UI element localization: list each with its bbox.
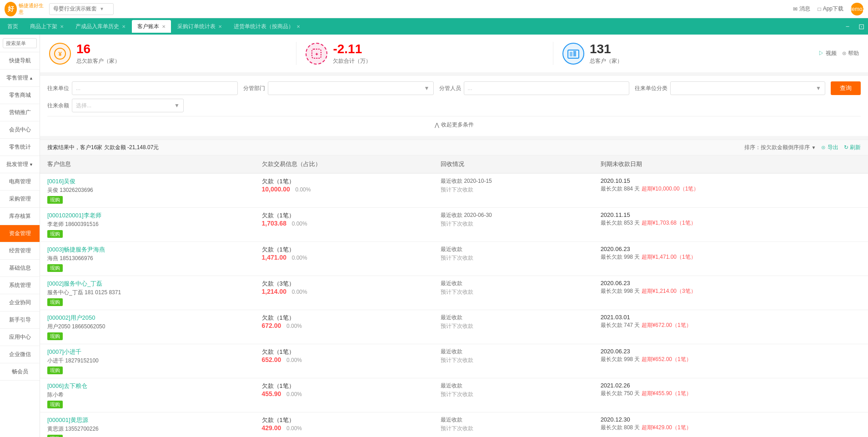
sidebar-item-system[interactable]: 系统管理 (0, 277, 40, 294)
sidebar-item-vip-member[interactable]: 畅会员 (0, 363, 40, 381)
sidebar-item-beginner[interactable]: 新手引导 (0, 311, 40, 329)
sidebar-item-operations[interactable]: 经营管理 (0, 242, 40, 260)
tab-expand-btn[interactable]: ⊡ (857, 22, 866, 31)
debt-count: 欠款（3笔） (262, 280, 426, 288)
debt-count: 欠款（1笔） (262, 416, 426, 424)
overdue-amount[interactable]: 超期¥652.00（1笔） (642, 356, 692, 362)
tab-close-icon[interactable]: ✕ (60, 24, 64, 29)
debt-ratio: 0.00% (286, 323, 302, 329)
tab-close-icon[interactable]: ✕ (296, 24, 300, 29)
overdue-amount[interactable]: 超期¥672.00（1笔） (642, 322, 692, 328)
help-btn[interactable]: ⊙ 帮助 (842, 50, 859, 57)
debt-amount[interactable]: 1,214.00 (262, 288, 287, 295)
sidebar-item-basic-info[interactable]: 基础信息 (0, 260, 40, 277)
search-input[interactable] (3, 38, 37, 48)
sidebar-item-enterprise-coop[interactable]: 企业协同 (0, 294, 40, 311)
overdue-amount[interactable]: 超期¥1,471.00（1笔） (642, 254, 696, 260)
overdue-amount[interactable]: 超期¥1,703.68（1笔） (642, 220, 696, 226)
result-summary: 搜索结果中，客户16家 欠款金额 -21,148.07元 (47, 144, 159, 151)
system-selector[interactable]: 母婴行业演示账套 ▼ (49, 3, 114, 15)
tab-close-icon[interactable]: ✕ (218, 24, 222, 29)
debt-amount[interactable]: 455.90 (262, 390, 281, 397)
customer-tag: 现购 (47, 367, 63, 374)
collapse-btn[interactable]: ⋀ 收起更多条件 (47, 119, 861, 131)
cell-due-date: 2020.06.23 最长欠款 998 天 超期¥1,471.00（1笔） (593, 242, 868, 276)
sort-label[interactable]: 排序：按欠款金额倒序排序 ▼ (744, 144, 816, 151)
refresh-icon: ↻ (844, 144, 848, 151)
table-row: [0003]畅捷服务尹海燕 海燕 18513066976 现购 欠款（1笔） 1… (40, 242, 868, 276)
sidebar-item-batch-mgmt[interactable]: 批发管理 ▼ (0, 156, 40, 173)
user-avatar[interactable]: demo2 (851, 3, 863, 15)
tab-minimize-btn[interactable]: － (842, 22, 853, 31)
sidebar-item-inventory[interactable]: 库存核算 (0, 208, 40, 225)
sidebar-item-retail-store[interactable]: 零售商城 (0, 87, 40, 104)
cell-due-date: 2020.06.23 最长欠款 998 天 超期¥1,214.00（3笔） (593, 276, 868, 310)
sidebar-item-retail-mgmt[interactable]: 零售管理 ▲ (0, 70, 40, 87)
overdue-amount[interactable]: 超期¥10,000.00（1笔） (642, 186, 699, 192)
tab-purchase-order[interactable]: 采购订单统计表 ✕ (172, 20, 227, 33)
unit-category-select[interactable]: ▼ (670, 81, 825, 95)
customer-name-link[interactable]: [0001020001]李老师 (47, 211, 247, 220)
sidebar-item-retail-stat[interactable]: 零售统计 (0, 139, 40, 156)
message-btn[interactable]: ✉ 消息 (793, 5, 810, 13)
sidebar-item-app-center[interactable]: 应用中心 (0, 329, 40, 346)
customer-name-link[interactable]: [000002]用户2050 (47, 314, 247, 322)
customer-name-link[interactable]: [0016]吴俊 (47, 177, 247, 186)
tab-production-history[interactable]: 产成品入库单历史 ✕ (70, 20, 131, 33)
stat-right-actions: ▷ 视频 ⊙ 帮助 (818, 42, 859, 65)
cell-due-date: 2020.06.23 最长欠款 998 天 超期¥652.00（1笔） (593, 344, 868, 378)
debt-count: 欠款（1笔） (262, 246, 426, 254)
sidebar-item-capital[interactable]: 资金管理 (0, 225, 40, 242)
tab-customer-account[interactable]: 客户账本 ✕ (132, 20, 171, 33)
overdue-days: 最长欠款 998 天 超期¥1,214.00（3笔） (601, 287, 861, 295)
overdue-amount[interactable]: 超期¥429.00（1笔） (642, 424, 692, 431)
customer-name-link[interactable]: [0006]去下粮仓 (47, 382, 247, 390)
balance-select[interactable]: 选择... ▼ (72, 99, 184, 112)
from-unit-input[interactable]: ... (72, 81, 238, 95)
manager-input[interactable]: ... (464, 81, 630, 95)
debt-amount[interactable]: 1,471.00 (262, 254, 287, 261)
sidebar-item-purchase-mgmt[interactable]: 采购管理 (0, 191, 40, 208)
customer-name-link[interactable]: [0007]小进千 (47, 348, 247, 356)
chevron-icon: ▼ (29, 162, 33, 167)
view-btn[interactable]: ▷ 视频 (818, 50, 836, 57)
chevron-down-icon: ▼ (424, 85, 430, 91)
tab-close-icon[interactable]: ✕ (162, 24, 166, 29)
cell-collect-info: 最近收款 预计下次收款 (433, 276, 593, 310)
stat-debt-icon: ✦ (306, 43, 327, 65)
customer-name-link[interactable]: [000001]黄思源 (47, 416, 247, 424)
sidebar-item-marketing[interactable]: 营销推广 (0, 104, 40, 121)
app-download-btn[interactable]: □ App下载 (818, 5, 843, 13)
customer-name-link[interactable]: [0002]服务中心_丁磊 (47, 280, 247, 288)
cell-customer-info: [000002]用户2050 用户2050 18665062050 现购 (40, 310, 255, 344)
sidebar-item-member-center[interactable]: 会员中心 (0, 121, 40, 139)
sidebar-item-ecommerce[interactable]: 电商管理 (0, 173, 40, 191)
query-button[interactable]: 查询 (831, 81, 861, 95)
tab-bar-right: － ⊡ (842, 22, 866, 31)
overdue-amount[interactable]: 超期¥1,214.00（3笔） (642, 288, 696, 294)
tab-home[interactable]: 首页 (2, 20, 24, 33)
latest-collect: 最近收款 (441, 246, 586, 253)
customer-tag: 现购 (47, 332, 63, 340)
tab-purchase-stat[interactable]: 进货单统计表（按商品） ✕ (228, 20, 306, 33)
debt-count: 欠款（1笔） (262, 314, 426, 322)
svg-rect-6 (573, 51, 576, 56)
cell-debt-info: 欠款（1笔） 10,000.00 0.00% (255, 173, 434, 208)
tab-close-icon[interactable]: ✕ (122, 24, 125, 29)
overdue-amount[interactable]: 超期¥455.90（1笔） (642, 390, 692, 397)
debt-amount[interactable]: 1,703.68 (262, 220, 287, 227)
debt-amount[interactable]: 429.00 (262, 424, 281, 432)
data-table: 客户信息 欠款交易信息（占比） 回收情况 到期未收款日期 [0016]吴俊 吴俊… (40, 156, 868, 437)
cell-due-date: 2021.02.26 最长欠款 750 天 超期¥455.90（1笔） (593, 378, 868, 412)
dept-label: 分管部门 (243, 85, 265, 92)
tab-product-toggle[interactable]: 商品上下架 ✕ (25, 20, 69, 33)
customer-name-link[interactable]: [0003]畅捷服务尹海燕 (47, 246, 247, 254)
dept-select[interactable]: ▼ (268, 81, 434, 95)
refresh-btn[interactable]: ↻ 刷新 (844, 144, 861, 151)
sidebar-item-quick-nav[interactable]: 快捷导航 (0, 52, 40, 70)
debt-amount[interactable]: 672.00 (262, 322, 281, 329)
export-btn[interactable]: ⊙ 导出 (821, 144, 838, 151)
sidebar-item-enterprise-wechat[interactable]: 企业微信 (0, 346, 40, 363)
debt-amount[interactable]: 652.00 (262, 356, 281, 363)
debt-amount[interactable]: 10,000.00 (262, 186, 290, 193)
